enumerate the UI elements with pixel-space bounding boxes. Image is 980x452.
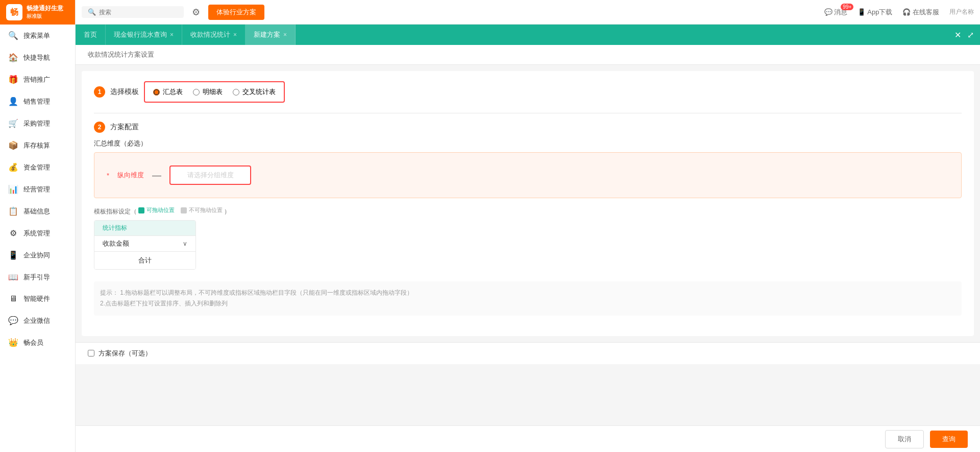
sidebar-item-basic-info[interactable]: 📋 基础信息 [0,200,75,222]
search-icon: 🔍 [88,8,96,16]
box-icon: 📦 [8,140,18,150]
tab-new-plan[interactable]: 新建方案 × [246,25,296,45]
sidebar-item-inventory[interactable]: 📦 库存核算 [0,134,75,156]
service-btn[interactable]: 🎧 在线客服 [902,8,939,17]
message-btn[interactable]: 💬 消息 99+ [824,8,848,17]
top-bar-right: 💬 消息 99+ 📱 App下载 🎧 在线客服 用户名称 [824,8,974,17]
vertical-dim-label: 纵向维度 [117,171,144,180]
app-name: 畅捷通好生意 [27,5,63,13]
tip-2: 2.点击标题栏下拉可设置排序、插入列和删除列 [100,298,955,310]
search-input[interactable] [99,9,170,16]
tab-new-plan-close[interactable]: × [283,31,287,38]
chart-icon: 📊 [8,184,18,194]
radio-cross[interactable]: 交叉统计表 [233,87,276,97]
chat-icon: 💬 [8,316,18,325]
home-icon: 🏠 [8,53,18,62]
clipboard-icon: 📋 [8,206,18,216]
top-bar: 🔍 ⚙ 体验行业方案 💬 消息 99+ 📱 App下载 🎧 在线客服 用户名称 [76,0,980,25]
radio-summary[interactable]: 汇总表 [153,87,183,97]
drag-off-indicator [181,207,187,213]
query-button[interactable]: 查询 [930,431,968,448]
sidebar-item-wechat[interactable]: 💬 企业微信 [0,310,75,331]
save-section: 方案保存（可选） [76,342,980,364]
sidebar: 畅 畅捷通好生意 标准版 🔍 搜索菜单 🏠 快捷导航 🎁 营销推广 👤 销售管理… [0,0,76,452]
tab-expand-icon[interactable]: ⤢ [967,30,974,40]
save-label: 方案保存（可选） [99,349,152,358]
metrics-header: 统计指标 [94,221,195,236]
user-name: 用户名称 [949,8,974,16]
download-btn[interactable]: 📱 App下载 [857,8,892,17]
drag-on-indicator [138,207,144,213]
sidebar-item-enterprise[interactable]: 📱 企业协同 [0,244,75,266]
tab-collection[interactable]: 收款情况统计 × [182,25,246,45]
radio-group-template: 汇总表 明细表 交叉统计表 [153,87,276,97]
search-box[interactable]: 🔍 [82,6,184,18]
drag-off-label: 不可拖动位置 [189,206,223,214]
radio-cross-input[interactable] [233,89,239,96]
step1-title: 选择模板 [110,87,139,97]
step2-title: 方案配置 [110,123,139,132]
step2-num: 2 [94,122,105,133]
sidebar-item-guide[interactable]: 📖 新手引导 [0,266,75,288]
tab-home[interactable]: 首页 [76,25,106,45]
headset-icon: 🎧 [902,8,911,16]
money-icon: 💰 [8,162,18,172]
tab-bank-close[interactable]: × [170,31,174,38]
sidebar-item-quick-nav[interactable]: 🏠 快捷导航 [0,46,75,68]
col-dropdown-icon[interactable]: ∨ [183,240,187,247]
step1-section: 1 选择模板 汇总表 明细表 [94,81,962,103]
tab-bank[interactable]: 现金银行流水查询 × [106,25,182,45]
industry-btn[interactable]: 体验行业方案 [208,5,264,20]
sidebar-item-purchase[interactable]: 🛒 采购管理 [0,112,75,134]
template-selection-box: 汇总表 明细表 交叉统计表 [144,81,285,103]
monitor-icon: 🖥 [8,294,18,303]
divider1 [94,113,962,113]
sidebar-item-capital[interactable]: 💰 资金管理 [0,156,75,178]
radio-detail[interactable]: 明细表 [193,87,223,97]
metrics-cell-total: 合计 [94,252,195,269]
step1-header: 1 选择模板 汇总表 明细表 [94,81,962,103]
metrics-col-header[interactable]: 收款金额 ∨ [94,236,195,252]
dimension-section: 汇总维度（必选） * 纵向维度 — 请选择分组维度 [94,139,962,198]
sidebar-item-member[interactable]: 👑 畅会员 [0,331,75,353]
tab-collection-close[interactable]: × [233,31,237,38]
save-checkbox[interactable] [88,350,94,356]
search-menu-icon: 🔍 [8,31,18,40]
sidebar-item-system[interactable]: ⚙ 系统管理 [0,222,75,244]
sidebar-item-sales[interactable]: 👤 销售管理 [0,90,75,112]
drag-on-label: 可拖动位置 [146,206,175,214]
sidebar-item-operations[interactable]: 📊 经营管理 [0,178,75,200]
radio-summary-input[interactable] [153,89,160,96]
download-icon: 📱 [857,8,866,16]
tips-section: 提示： 1.拖动标题栏可以调整布局，不可跨维度或指标区域拖动栏目字段（只能在同一… [94,281,962,316]
settings-icon[interactable]: ⚙ [192,7,200,18]
logo-icon: 畅 [6,4,22,20]
dim-section-title: 汇总维度（必选） [94,139,962,148]
book-icon: 📖 [8,272,18,282]
cart-icon: 🛒 [8,118,18,128]
message-icon: 💬 [824,8,832,16]
tab-bar-actions: ✕ ⤢ [948,25,980,45]
crown-icon: 👑 [8,338,18,347]
user-icon: 👤 [8,97,18,106]
metrics-section: 模板指标设定（ 可拖动位置 不可拖动位置 ） 统计指标 [94,206,962,271]
content-area: 收款情况统计方案设置 1 选择模板 汇总表 [76,45,980,452]
sidebar-item-marketing[interactable]: 🎁 营销推广 [0,68,75,90]
page-body: 1 选择模板 汇总表 明细表 [82,71,974,336]
phone-icon: 📱 [8,250,18,260]
sidebar-item-search-menu[interactable]: 🔍 搜索菜单 [0,25,75,46]
vertical-dim-required: * [107,172,109,179]
tip-1: 提示： 1.拖动标题栏可以调整布局，不可跨维度或指标区域拖动栏目字段（只能在同一… [100,288,955,299]
metrics-table: 统计指标 收款金额 ∨ 合计 [94,220,196,270]
dim-select[interactable]: 请选择分组维度 [169,165,251,185]
radio-detail-input[interactable] [193,89,200,96]
step2-section: 2 方案配置 汇总维度（必选） * 纵向维度 — 请选择分组维 [94,122,962,316]
gear-icon: ⚙ [8,228,18,238]
message-badge: 99+ [841,4,853,10]
tab-close-all-icon[interactable]: ✕ [954,30,961,40]
col-name: 收款金额 [103,239,129,248]
breadcrumb: 收款情况统计方案设置 [76,45,980,65]
sidebar-item-smart-hw[interactable]: 🖥 智能硬件 [0,288,75,310]
dim-row-vertical: * 纵向维度 — 请选择分组维度 [107,165,251,185]
cancel-button[interactable]: 取消 [885,430,924,448]
